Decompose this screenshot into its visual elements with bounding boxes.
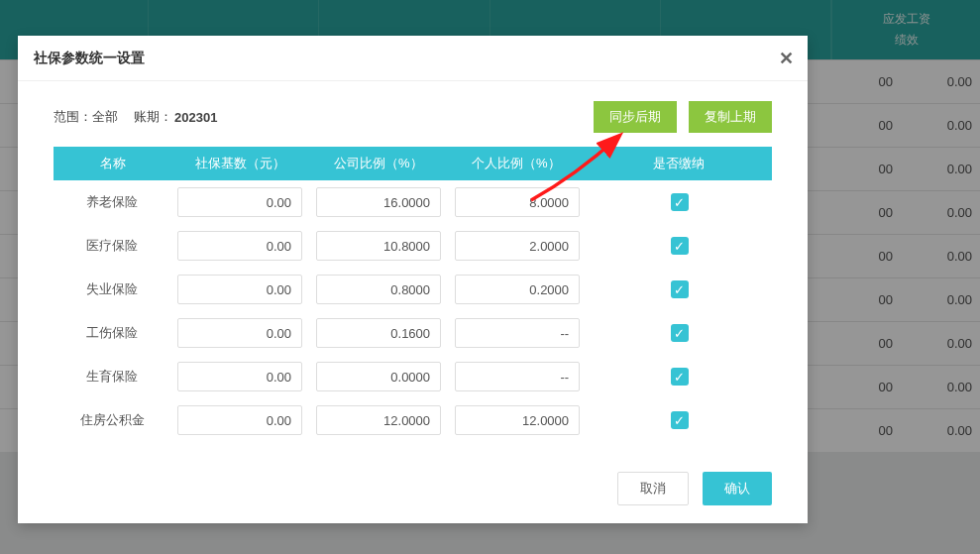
modal-meta-row: 范围：全部 账期： 202301 同步后期 复制上期 bbox=[18, 81, 808, 147]
table-row: 养老保险✓ bbox=[54, 180, 772, 224]
base-input[interactable] bbox=[177, 275, 302, 304]
base-input[interactable] bbox=[177, 318, 302, 348]
table-row: 失业保险✓ bbox=[54, 268, 772, 311]
row-name: 医疗保险 bbox=[54, 237, 170, 255]
row-name: 生育保险 bbox=[54, 368, 170, 386]
modal-header: 社保参数统一设置 ✕ bbox=[18, 36, 808, 81]
base-input[interactable] bbox=[177, 187, 302, 217]
sync-later-button[interactable]: 同步后期 bbox=[594, 101, 677, 133]
personal-input[interactable] bbox=[455, 318, 580, 348]
pay-checkbox[interactable]: ✓ bbox=[671, 193, 689, 211]
th-base: 社保基数（元） bbox=[171, 155, 309, 172]
table-row: 住房公积金✓ bbox=[54, 398, 772, 442]
th-company: 公司比例（%） bbox=[309, 155, 447, 172]
th-personal: 个人比例（%） bbox=[447, 155, 585, 172]
modal-title: 社保参数统一设置 bbox=[34, 50, 145, 67]
range-label: 范围：全部 bbox=[54, 108, 118, 126]
row-name: 工伤保险 bbox=[54, 324, 170, 342]
table-body: 养老保险✓医疗保险✓失业保险✓工伤保险✓生育保险✓住房公积金✓ bbox=[54, 180, 772, 442]
personal-input[interactable] bbox=[455, 275, 580, 304]
table-row: 医疗保险✓ bbox=[54, 224, 772, 268]
company-input[interactable] bbox=[316, 362, 441, 391]
personal-input[interactable] bbox=[455, 405, 580, 435]
personal-input[interactable] bbox=[455, 362, 580, 391]
confirm-button[interactable]: 确认 bbox=[703, 472, 772, 505]
row-name: 住房公积金 bbox=[54, 411, 170, 429]
close-icon[interactable]: ✕ bbox=[779, 48, 794, 69]
table-header-row: 名称 社保基数（元） 公司比例（%） 个人比例（%） 是否缴纳 bbox=[54, 147, 772, 180]
pay-checkbox[interactable]: ✓ bbox=[671, 324, 689, 342]
personal-input[interactable] bbox=[455, 187, 580, 217]
copy-previous-button[interactable]: 复制上期 bbox=[689, 101, 772, 133]
row-name: 养老保险 bbox=[54, 193, 170, 211]
th-pay: 是否缴纳 bbox=[585, 155, 772, 172]
period-value: 202301 bbox=[174, 110, 217, 125]
pay-checkbox[interactable]: ✓ bbox=[671, 280, 689, 298]
company-input[interactable] bbox=[316, 318, 441, 348]
table-row: 工伤保险✓ bbox=[54, 311, 772, 355]
base-input[interactable] bbox=[177, 362, 302, 391]
company-input[interactable] bbox=[316, 231, 441, 261]
pay-checkbox[interactable]: ✓ bbox=[671, 237, 689, 255]
pay-checkbox[interactable]: ✓ bbox=[671, 411, 689, 429]
cancel-button[interactable]: 取消 bbox=[617, 472, 689, 505]
personal-input[interactable] bbox=[455, 231, 580, 261]
base-input[interactable] bbox=[177, 231, 302, 261]
period-label: 账期： bbox=[134, 108, 172, 126]
th-name: 名称 bbox=[54, 155, 171, 172]
social-insurance-settings-modal: 社保参数统一设置 ✕ 范围：全部 账期： 202301 同步后期 复制上期 名称… bbox=[18, 36, 808, 523]
company-input[interactable] bbox=[316, 405, 441, 435]
row-name: 失业保险 bbox=[54, 280, 170, 298]
company-input[interactable] bbox=[316, 187, 441, 217]
base-input[interactable] bbox=[177, 405, 302, 435]
table-row: 生育保险✓ bbox=[54, 355, 772, 398]
pay-checkbox[interactable]: ✓ bbox=[671, 368, 689, 386]
modal-footer: 取消 确认 bbox=[617, 472, 772, 505]
company-input[interactable] bbox=[316, 275, 441, 304]
